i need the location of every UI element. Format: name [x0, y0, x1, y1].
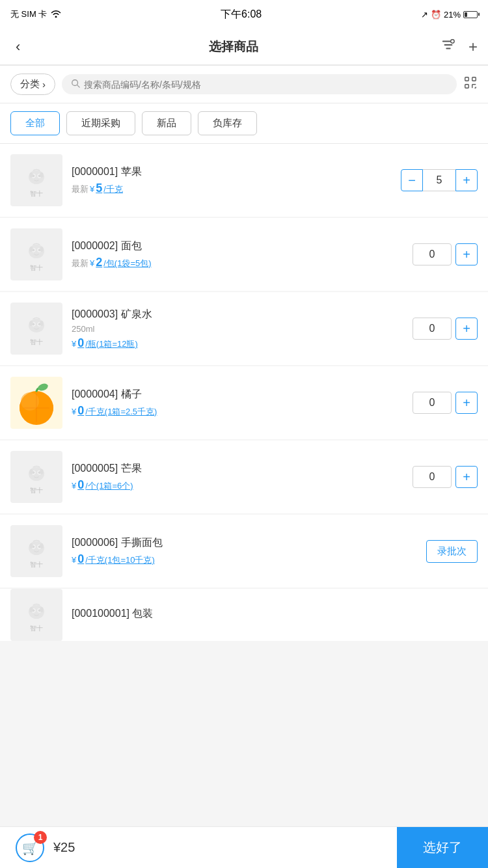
category-button[interactable]: 分类 › [10, 74, 55, 95]
cart-area: 🛒 1 ¥25 [0, 834, 397, 862]
quantity-input[interactable] [413, 318, 452, 340]
product-info: [0000002] 面包 最新 ¥ 2 /包(1袋=5包) [72, 239, 403, 269]
price-line: ¥ 0 /千克(1箱=2.5千克) [72, 404, 403, 418]
quantity-input[interactable] [423, 169, 455, 191]
battery-text: 21% [444, 10, 461, 20]
cart-icon-wrap[interactable]: 🛒 1 [16, 834, 44, 862]
back-button[interactable]: ‹ [10, 33, 25, 61]
svg-point-32 [29, 321, 33, 326]
quantity-input[interactable] [413, 392, 452, 414]
product-info: [0000005] 芒果 ¥ 0 /个(1箱=6个) [72, 462, 403, 492]
owl-placeholder: 智十 [10, 589, 62, 641]
brand-label: 智十 [30, 486, 43, 495]
price-value: 0 [77, 404, 84, 418]
search-input[interactable] [84, 79, 448, 90]
price-line: 最新 ¥ 2 /包(1袋=5包) [72, 256, 403, 269]
quantity-plus-button[interactable]: + [455, 169, 478, 191]
tab-all[interactable]: 全部 [10, 111, 60, 135]
tab-negative[interactable]: 负库存 [198, 111, 257, 135]
product-image: 智十 [10, 154, 62, 206]
price-value: 2 [96, 256, 102, 269]
product-list: 智十 [0000001] 苹果 最新 ¥ 5 /千克 − + [0, 144, 488, 641]
product-name: [000100001] 包装 [72, 607, 478, 621]
price-value: 0 [77, 478, 84, 492]
product-info: [000100001] 包装 [72, 607, 478, 623]
price-yen: ¥ [90, 184, 94, 194]
confirm-button[interactable]: 选好了 [397, 827, 488, 869]
add-button[interactable]: + [468, 38, 478, 56]
product-name: [0000001] 苹果 [72, 165, 392, 179]
brand-label: 智十 [30, 560, 43, 569]
quantity-plus-button[interactable]: + [455, 392, 478, 414]
price-unit: /包(1袋=5包) [103, 258, 151, 269]
location-icon: ↗ [421, 10, 428, 20]
product-name: [0000004] 橘子 [72, 388, 403, 401]
page-title: 选择商品 [209, 38, 258, 55]
svg-rect-7 [472, 77, 476, 81]
product-image: 智十 [10, 303, 62, 355]
owl-placeholder: 智十 [10, 525, 62, 577]
status-bar: 无 SIM 卡 下午6:08 ↗ ⏰ 21% [0, 0, 488, 29]
orange-illustration [10, 377, 62, 429]
quantity-control: + [413, 318, 478, 340]
brand-label: 智十 [30, 338, 43, 347]
quantity-plus-button[interactable]: + [455, 466, 478, 488]
status-carrier: 无 SIM 卡 [10, 8, 61, 20]
svg-point-55 [40, 543, 43, 549]
quantity-plus-button[interactable]: + [455, 243, 478, 265]
owl-placeholder: 智十 [10, 303, 62, 355]
status-right: ↗ ⏰ 21% [421, 10, 478, 20]
price-unit: /个(1箱=6个) [85, 480, 133, 492]
scan-icon[interactable] [463, 75, 478, 93]
price-yen: ¥ [72, 481, 76, 491]
price-unit: /千克(1包=10千克) [85, 554, 155, 566]
cart-badge: 1 [34, 831, 47, 844]
quantity-control: + [413, 243, 478, 265]
filter-icon[interactable] [441, 38, 455, 55]
search-icon [71, 79, 80, 90]
quantity-input[interactable] [413, 243, 452, 265]
product-item: 智十 [000100001] 包装 [0, 589, 488, 641]
cart-total: ¥25 [53, 840, 75, 855]
svg-point-62 [40, 607, 43, 612]
battery-fill [465, 12, 467, 17]
bottom-spacer [0, 642, 488, 684]
status-time: 下午6:08 [61, 8, 421, 21]
quantity-control: + [413, 392, 478, 414]
svg-point-33 [40, 321, 43, 326]
svg-point-61 [29, 607, 33, 612]
svg-point-25 [29, 247, 33, 252]
price-line: ¥ 0 /个(1箱=6个) [72, 478, 403, 492]
owl-placeholder: 智十 [10, 154, 62, 206]
price-value: 0 [77, 336, 84, 350]
product-item: 智十 [0000003] 矿泉水 250ml ¥ 0 /瓶(1箱=12瓶) + [0, 292, 488, 365]
svg-point-26 [40, 247, 43, 252]
price-yen: ¥ [72, 407, 76, 416]
product-item: [0000004] 橘子 ¥ 0 /千克(1箱=2.5千克) + [0, 366, 488, 439]
tab-new[interactable]: 新品 [142, 111, 191, 135]
svg-point-38 [37, 383, 49, 392]
batch-button[interactable]: 录批次 [426, 540, 478, 563]
price-line: ¥ 0 /千克(1包=10千克) [72, 552, 417, 566]
svg-point-18 [29, 172, 33, 178]
owl-placeholder: 智十 [10, 228, 62, 280]
quantity-plus-button[interactable]: + [455, 318, 478, 340]
carrier-text: 无 SIM 卡 [10, 8, 47, 20]
product-image [10, 377, 62, 429]
product-spec: 250ml [72, 324, 403, 334]
quantity-input[interactable] [413, 466, 452, 488]
product-image: 智十 [10, 228, 62, 280]
category-label: 分类 [20, 78, 40, 90]
svg-point-47 [29, 469, 33, 474]
product-item: 智十 [0000002] 面包 最新 ¥ 2 /包(1袋=5包) + [0, 218, 488, 291]
quantity-minus-button[interactable]: − [401, 169, 423, 191]
search-bar [62, 74, 457, 94]
svg-point-48 [40, 469, 43, 474]
wifi-icon [51, 10, 61, 20]
product-info: [0000001] 苹果 最新 ¥ 5 /千克 [72, 165, 392, 195]
product-image: 智十 [10, 525, 62, 577]
svg-rect-8 [465, 85, 469, 88]
tab-recent[interactable]: 近期采购 [66, 111, 135, 135]
nav-right-actions: + [441, 38, 478, 56]
svg-rect-6 [465, 77, 469, 81]
